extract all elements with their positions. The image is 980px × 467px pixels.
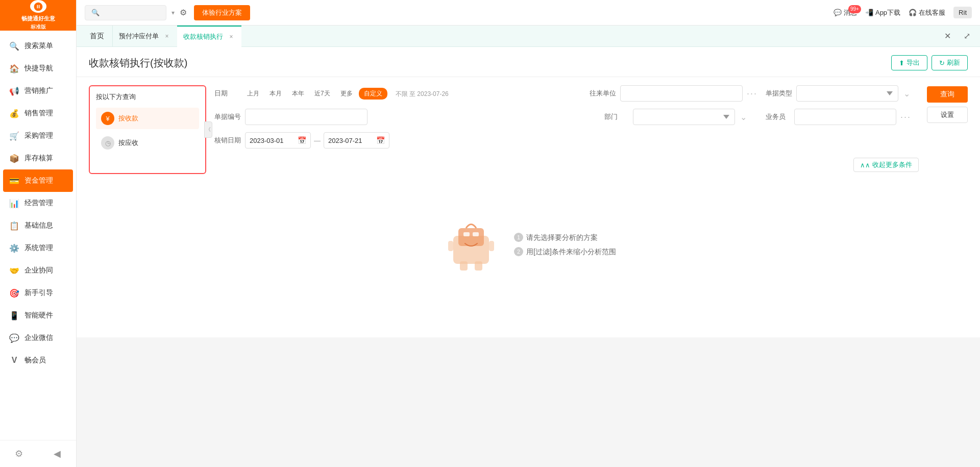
staff-field: 业务员 ··· bbox=[766, 109, 919, 125]
department-dropdown-icon[interactable]: ⌄ bbox=[740, 112, 747, 122]
sidebar-label-member: 畅会员 bbox=[24, 356, 46, 365]
page-title: 收款核销执行(按收款) bbox=[89, 56, 187, 70]
tab-receipt-writeoff-label: 收款核销执行 bbox=[183, 32, 223, 41]
sidebar-item-marketing[interactable]: 📢 营销推广 bbox=[0, 80, 76, 102]
doc-type-select[interactable] bbox=[796, 85, 898, 102]
date-no-limit-wrap: 不限 至 2023-07-26 bbox=[396, 89, 449, 99]
svg-rect-2 bbox=[463, 232, 470, 236]
sidebar-label-inventory: 库存核算 bbox=[24, 154, 53, 163]
step1-text: 请先选择要分析的方案 bbox=[526, 230, 598, 244]
user-menu[interactable]: Rit bbox=[953, 7, 972, 18]
counterparty-field: 往来单位 ··· bbox=[590, 85, 757, 102]
tab-receipt-writeoff-close[interactable]: × bbox=[227, 33, 235, 41]
staff-more-icon[interactable]: ··· bbox=[900, 112, 911, 122]
topbar-search[interactable]: 🔍 bbox=[85, 5, 166, 20]
sidebar-item-hardware[interactable]: 📱 智能硬件 bbox=[0, 304, 76, 327]
sidebar-item-member[interactable]: V 畅会员 bbox=[0, 349, 76, 372]
counterparty-more-icon[interactable]: ··· bbox=[747, 88, 757, 99]
app-logo: 畅捷通好生意 标准版 bbox=[0, 0, 76, 31]
writeoff-date-label: 核销日期 bbox=[214, 136, 241, 145]
sales-icon: 💰 bbox=[9, 108, 19, 118]
setting-button[interactable]: 设置 bbox=[927, 107, 968, 123]
writeoff-date-end-calendar-icon[interactable]: 📅 bbox=[376, 136, 385, 144]
tab-actions: ✕ ⤢ bbox=[939, 28, 975, 44]
date-chip-this-month[interactable]: 本月 bbox=[265, 88, 286, 100]
query-actions: 查询 设置 bbox=[927, 86, 968, 123]
tab-expand-btn[interactable]: ⤢ bbox=[959, 28, 975, 44]
doc-type-dropdown-icon[interactable]: ⌄ bbox=[903, 89, 910, 99]
collapse-more-button[interactable]: ∧∧ 收起更多条件 bbox=[853, 158, 919, 172]
member-icon: V bbox=[9, 355, 19, 365]
tab-home[interactable]: 首页 bbox=[82, 26, 113, 47]
sidebar-label-quick-nav: 快捷导航 bbox=[24, 64, 53, 73]
writeoff-date-start-calendar-icon[interactable]: 📅 bbox=[298, 136, 306, 144]
sidebar-label-enterprise: 企业协同 bbox=[24, 266, 53, 275]
tab-prepay-close[interactable]: × bbox=[163, 32, 171, 40]
sidebar-item-basic[interactable]: 📋 基础信息 bbox=[0, 214, 76, 237]
sidebar-label-basic: 基础信息 bbox=[24, 221, 53, 230]
query-button[interactable]: 查询 bbox=[927, 86, 968, 103]
filter-option-by-receivable[interactable]: ◷ 按应收 bbox=[96, 132, 199, 154]
empty-state: 1 请先选择要分析的方案 2 用[过滤]条件来缩小分析范围 bbox=[77, 182, 980, 337]
filter-panel-title: 按以下方查询 bbox=[96, 92, 199, 102]
date-chip-7days[interactable]: 近7天 bbox=[310, 88, 334, 100]
enterprise-icon: 🤝 bbox=[9, 265, 19, 276]
settings-bottom-btn[interactable]: ⚙ bbox=[10, 445, 28, 463]
counterparty-input[interactable] bbox=[620, 85, 743, 102]
date-chip-last-month[interactable]: 上月 bbox=[243, 88, 263, 100]
sidebar-item-purchase[interactable]: 🛒 采购管理 bbox=[0, 125, 76, 147]
date-field: 日期 上月 本月 本年 近7天 更多 自定义 不限 至 2023-07-26 bbox=[214, 88, 449, 100]
staff-input[interactable] bbox=[794, 109, 896, 125]
filter-right-area: 日期 上月 本月 本年 近7天 更多 自定义 不限 至 2023-07-26 bbox=[214, 85, 968, 174]
page-header-actions: ⬆ 导出 ↻ 刷新 bbox=[891, 55, 968, 70]
sidebar-item-operation[interactable]: 📊 经营管理 bbox=[0, 192, 76, 214]
refresh-button[interactable]: ↻ 刷新 bbox=[932, 55, 968, 70]
sidebar-item-guide[interactable]: 🎯 新手引导 bbox=[0, 282, 76, 304]
export-button[interactable]: ⬆ 导出 bbox=[891, 55, 927, 70]
finance-icon: 💳 bbox=[9, 176, 19, 186]
online-service-button[interactable]: 🎧 在线客服 bbox=[909, 8, 945, 17]
date-chip-this-year[interactable]: 本年 bbox=[288, 88, 308, 100]
empty-illustration bbox=[440, 213, 502, 276]
date-range-separator: — bbox=[314, 137, 321, 144]
topbar: 🔍 ▾ ⚙ 体验行业方案 💬 消息 99+ 📲 App下载 🎧 在线客服 Rit bbox=[77, 0, 980, 26]
doc-no-input[interactable] bbox=[245, 109, 368, 125]
department-select[interactable] bbox=[633, 109, 735, 125]
message-button[interactable]: 💬 消息 99+ bbox=[834, 8, 857, 17]
sidebar-bottom: ⚙ ◀ bbox=[0, 440, 76, 467]
sidebar-item-enterprise[interactable]: 🤝 企业协同 bbox=[0, 259, 76, 282]
topbar-gear-icon[interactable]: ⚙ bbox=[180, 8, 187, 17]
date-chip-more[interactable]: 更多 bbox=[336, 88, 357, 100]
sidebar-item-search-menu[interactable]: 🔍 搜索菜单 bbox=[0, 35, 76, 57]
writeoff-date-start-input[interactable] bbox=[250, 137, 296, 144]
export-icon: ⬆ bbox=[899, 59, 904, 67]
sidebar-item-sales[interactable]: 💰 销售管理 bbox=[0, 102, 76, 125]
solution-button[interactable]: 体验行业方案 bbox=[194, 5, 250, 20]
date-chip-custom[interactable]: 自定义 bbox=[359, 88, 387, 100]
counterparty-label: 往来单位 bbox=[590, 89, 616, 98]
tab-prepay[interactable]: 预付冲应付单 × bbox=[113, 26, 177, 47]
filter-option-by-receipt[interactable]: ¥ 按收款 bbox=[96, 108, 199, 129]
sidebar-item-quick-nav[interactable]: 🏠 快捷导航 bbox=[0, 57, 76, 80]
sidebar-item-system[interactable]: ⚙️ 系统管理 bbox=[0, 237, 76, 259]
doc-type-field: 单据类型 ⌄ bbox=[766, 85, 919, 102]
filter-panel-collapse[interactable]: 《 bbox=[204, 121, 212, 138]
refresh-label: 刷新 bbox=[947, 58, 960, 67]
tab-prepay-label: 预付冲应付单 bbox=[119, 32, 159, 41]
tab-home-label: 首页 bbox=[90, 32, 104, 41]
sidebar-label-purchase: 采购管理 bbox=[24, 131, 53, 140]
writeoff-date-end-input[interactable] bbox=[328, 137, 374, 144]
svg-rect-5 bbox=[489, 241, 494, 251]
app-download-button[interactable]: 📲 App下载 bbox=[865, 8, 900, 17]
sidebar-item-finance[interactable]: 💳 资金管理 bbox=[3, 169, 73, 192]
sidebar-item-wechat[interactable]: 💬 企业微信 bbox=[0, 327, 76, 349]
receipt-option-icon: ¥ bbox=[101, 112, 114, 125]
topbar-dropdown-arrow[interactable]: ▾ bbox=[172, 9, 175, 16]
filter-left-panel: 按以下方查询 ¥ 按收款 ◷ 按应收 《 bbox=[89, 85, 206, 174]
collapse-sidebar-btn[interactable]: ◀ bbox=[48, 445, 66, 463]
tab-close-all-btn[interactable]: ✕ bbox=[939, 28, 955, 44]
tab-receipt-writeoff[interactable]: 收款核销执行 × bbox=[177, 26, 241, 47]
sidebar-item-inventory[interactable]: 📦 库存核算 bbox=[0, 147, 76, 169]
sidebar-label-wechat: 企业微信 bbox=[24, 333, 53, 342]
date-label: 日期 bbox=[214, 89, 239, 98]
